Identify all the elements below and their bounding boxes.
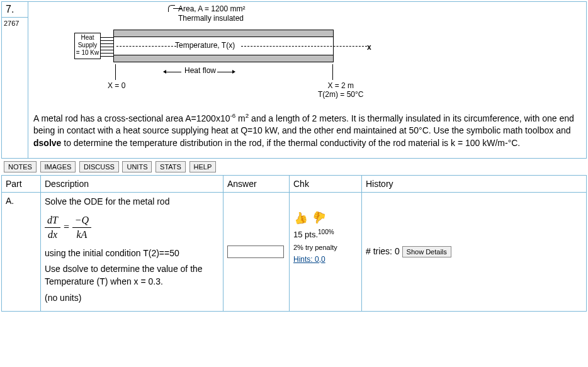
area-label: Area, A = 1200 mm² — [178, 4, 245, 13]
header-part: Part — [2, 176, 41, 193]
x-axis-label: x — [367, 43, 371, 52]
x-zero-label: X = 0 — [108, 81, 125, 90]
tries-label: # tries: 0 — [366, 246, 402, 256]
header-description: Description — [41, 176, 223, 193]
table-row: A. Solve the ODE for the metal rod dT dx… — [2, 193, 587, 312]
fraction-right: −Q kA — [72, 213, 91, 242]
chk-cell: 👍 👎 15 pts.100% 2% try penalty Hints: 0,… — [290, 193, 362, 312]
desc-condition: using the initial condition T(2)==50 — [45, 247, 219, 260]
equals-sign: = — [63, 222, 72, 232]
images-button[interactable]: IMAGES — [40, 161, 76, 172]
temperature-label: Temperature, T(x) — [175, 41, 235, 50]
answer-input[interactable] — [227, 246, 284, 258]
question-container: 7. 2767 Area, A = 1200 mm² Thermally ins… — [1, 1, 587, 159]
question-header: 7. 2767 Area, A = 1200 mm² Thermally ins… — [2, 2, 586, 158]
discuss-button[interactable]: DISCUSS — [79, 161, 119, 172]
dash-left — [116, 46, 176, 47]
answer-cell — [223, 193, 290, 312]
hints-link[interactable]: Hints: 0,0 — [293, 255, 358, 264]
header-row: Part Description Answer Chk History — [2, 176, 587, 193]
thermal-label: Thermally insulated — [178, 14, 244, 23]
problem-statement: A metal rod has a cross-sectional area A… — [33, 111, 581, 149]
question-id: 2767 — [2, 18, 28, 29]
ode-equation: dT dx = −Q kA — [45, 213, 219, 242]
history-cell: # tries: 0 Show Details — [362, 193, 587, 312]
stats-button[interactable]: STATS — [155, 161, 186, 172]
x-end-label: X = 2 mT(2m) = 50°C — [318, 81, 363, 99]
tick-left — [115, 64, 116, 80]
part-label: A. — [2, 193, 41, 312]
header-answer: Answer — [223, 176, 290, 193]
units-button[interactable]: UNITS — [122, 161, 152, 172]
thumbs-up-icon[interactable]: 👍 — [292, 210, 309, 227]
desc-intro: Solve the ODE for the metal rod — [45, 196, 219, 208]
points-text: 15 pts.100% — [293, 229, 358, 239]
question-number: 7. — [2, 2, 28, 18]
heat-lines — [101, 35, 113, 59]
header-chk: Chk — [290, 176, 362, 193]
heat-flow-arrow-right — [217, 72, 233, 72]
heat-supply-box: HeatSupply= 10 Kw — [74, 33, 101, 59]
question-body: Area, A = 1200 mm² Thermally insulated H… — [28, 2, 586, 158]
thumbs-down-icon[interactable]: 👎 — [310, 210, 327, 227]
description-cell: Solve the ODE for the metal rod dT dx = … — [41, 193, 223, 312]
question-number-cell: 7. 2767 — [2, 2, 28, 158]
answer-table: Part Description Answer Chk History A. S… — [1, 175, 587, 312]
header-history: History — [362, 176, 587, 193]
rod-diagram: Area, A = 1200 mm² Thermally insulated H… — [52, 4, 405, 105]
desc-units: (no units) — [45, 292, 219, 305]
desc-task: Use dsolve to determine the value of the… — [45, 263, 219, 288]
penalty-text: 2% try penalty — [293, 244, 358, 251]
toolbar: NOTES IMAGES DISCUSS UNITS STATS HELP — [1, 159, 587, 175]
fraction-left: dT dx — [45, 213, 60, 242]
heat-flow-arrow-left — [166, 72, 181, 72]
help-button[interactable]: HELP — [189, 161, 217, 172]
dash-right — [241, 46, 367, 47]
tick-right — [332, 64, 333, 80]
heat-flow-label: Heat flow — [184, 66, 216, 75]
show-details-button[interactable]: Show Details — [402, 246, 451, 257]
notes-button[interactable]: NOTES — [4, 161, 37, 172]
